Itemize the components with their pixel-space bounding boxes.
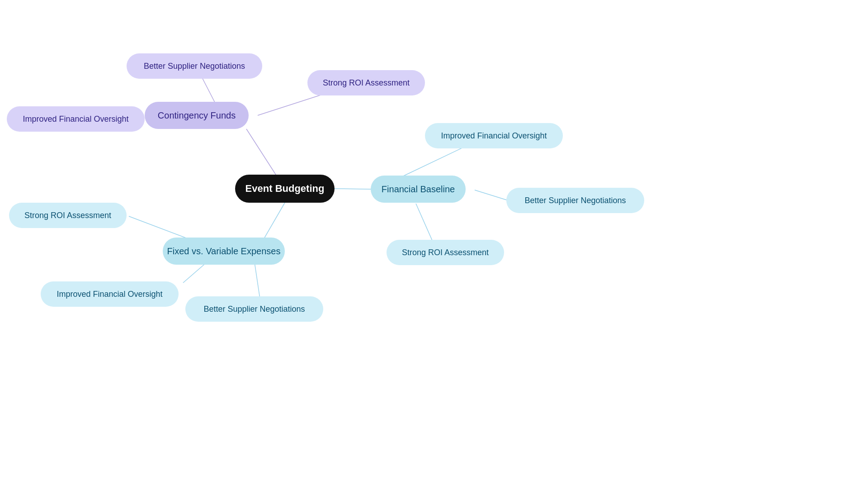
contingency-funds-node[interactable]: Contingency Funds [145, 102, 249, 129]
left-strong-roi-node[interactable]: Strong ROI Assessment [9, 203, 127, 228]
blue-improved-fin-node[interactable]: Improved Financial Oversight [425, 123, 563, 148]
purple-strong-roi-node[interactable]: Strong ROI Assessment [307, 70, 425, 95]
blue-strong-roi-node[interactable]: Strong ROI Assessment [387, 240, 504, 265]
financial-baseline-node[interactable]: Financial Baseline [371, 176, 466, 203]
fixed-variable-node[interactable]: Fixed vs. Variable Expenses [163, 238, 285, 265]
left-better-supplier-node[interactable]: Better Supplier Negotiations [185, 296, 323, 322]
purple-better-supplier-node[interactable]: Better Supplier Negotiations [127, 53, 262, 79]
blue-better-supplier-node[interactable]: Better Supplier Negotiations [506, 188, 644, 213]
left-improved-fin-node[interactable]: Improved Financial Oversight [41, 281, 179, 307]
purple-improved-fin-node[interactable]: Improved Financial Oversight [7, 106, 145, 132]
center-node[interactable]: Event Budgeting [235, 175, 335, 203]
